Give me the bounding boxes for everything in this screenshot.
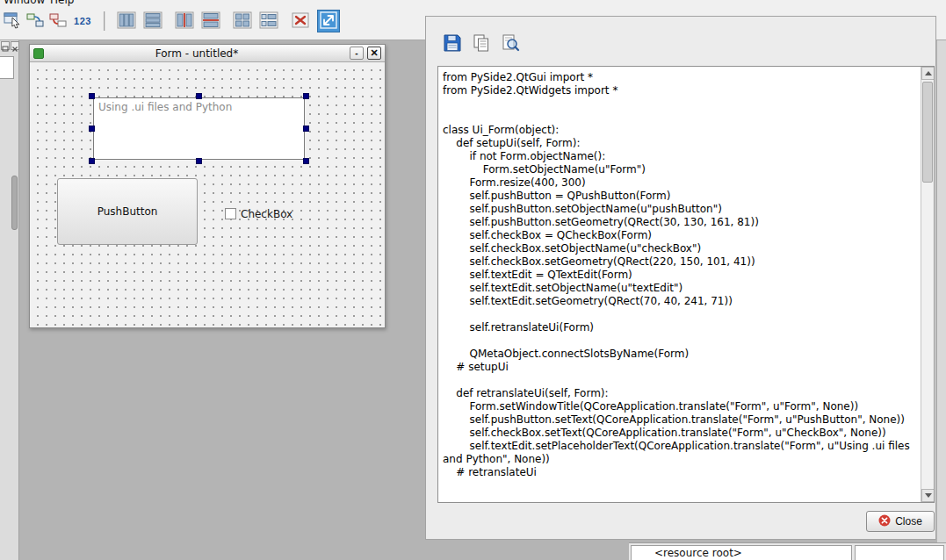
lay-out-horizontally-button[interactable] bbox=[115, 10, 138, 32]
preview-magnifier-icon bbox=[500, 32, 521, 56]
form-window-title: Form - untitled* bbox=[47, 47, 346, 60]
lay-out-in-grid-button[interactable] bbox=[231, 10, 254, 32]
resource-root-item[interactable]: <resource root> bbox=[632, 546, 851, 560]
widget-filter-input[interactable] bbox=[0, 56, 14, 79]
lay-out-in-form-layout-button[interactable] bbox=[257, 10, 280, 32]
form-editor-window: Form - untitled* - ✕ Using .ui files and… bbox=[29, 44, 386, 328]
save-icon bbox=[442, 32, 463, 56]
close-dialog-button[interactable]: Close bbox=[866, 511, 935, 532]
right-gutter bbox=[937, 40, 946, 542]
adjust-size-icon bbox=[319, 11, 338, 32]
lay-out-in-form-layout-icon bbox=[259, 11, 278, 32]
close-dialog-label: Close bbox=[895, 515, 922, 528]
lay-out-horizontally-in-splitter-button[interactable] bbox=[173, 10, 196, 32]
scroll-down-button[interactable] bbox=[921, 489, 935, 502]
edit-tab-order-icon: 123 bbox=[74, 16, 91, 26]
selection-handle[interactable] bbox=[89, 158, 95, 164]
form-canvas[interactable]: Using .ui files and Python PushButton Ch… bbox=[30, 62, 385, 327]
dock-close-button[interactable] bbox=[11, 41, 19, 50]
resource-browser-panel: <resource root> bbox=[629, 542, 946, 560]
copy-button[interactable] bbox=[469, 32, 494, 56]
lay-out-horizontally-in-splitter-icon bbox=[175, 11, 194, 32]
edit-widgets-icon bbox=[3, 11, 22, 32]
selection-handle[interactable] bbox=[89, 93, 95, 99]
lay-out-vertically-in-splitter-button[interactable] bbox=[199, 10, 222, 32]
lay-out-vertically-button[interactable] bbox=[141, 10, 164, 32]
edit-signals-slots-button[interactable] bbox=[24, 10, 47, 32]
edit-signals-slots-icon bbox=[25, 11, 45, 32]
scroll-up-button[interactable] bbox=[921, 67, 935, 80]
dock-float-button[interactable] bbox=[1, 41, 10, 50]
view-python-code-dialog: from PySide2.QtGui import * from PySide2… bbox=[425, 16, 936, 540]
menubar: Window Help bbox=[0, 0, 281, 6]
menu-help[interactable]: Help bbox=[50, 0, 74, 6]
form-window-icon bbox=[33, 48, 44, 59]
python-code-text[interactable]: from PySide2.QtGui import * from PySide2… bbox=[438, 67, 921, 502]
edit-widgets-button[interactable] bbox=[1, 10, 24, 32]
adjust-size-button[interactable] bbox=[317, 10, 340, 32]
down-arrow-icon bbox=[925, 493, 932, 498]
pushbutton-widget[interactable]: PushButton bbox=[57, 178, 198, 245]
close-window-button[interactable]: ✕ bbox=[367, 47, 381, 60]
checkbox-box[interactable] bbox=[225, 208, 236, 219]
menu-window[interactable]: Window bbox=[4, 0, 45, 6]
selection-handle[interactable] bbox=[303, 93, 309, 99]
form-window-titlebar[interactable]: Form - untitled* - ✕ bbox=[30, 45, 385, 62]
preview-button[interactable] bbox=[498, 32, 523, 56]
code-view: from PySide2.QtGui import * from PySide2… bbox=[437, 66, 935, 503]
copy-icon bbox=[471, 32, 492, 56]
textedit-widget[interactable]: Using .ui files and Python bbox=[93, 97, 305, 160]
checkbox-widget[interactable]: CheckBox bbox=[225, 196, 314, 232]
minimize-button[interactable]: - bbox=[350, 47, 364, 60]
selection-handle[interactable] bbox=[303, 158, 309, 164]
up-arrow-icon bbox=[925, 71, 932, 75]
resource-side-pane[interactable] bbox=[855, 545, 944, 560]
widget-box-dock-edge bbox=[0, 40, 19, 560]
selection-handle[interactable] bbox=[303, 126, 309, 132]
lay-out-horizontally-icon bbox=[117, 11, 136, 32]
selection-handle[interactable] bbox=[196, 93, 202, 99]
scrollbar-thumb[interactable] bbox=[922, 82, 933, 183]
lay-out-vertically-in-splitter-icon bbox=[201, 11, 220, 32]
lay-out-vertically-icon bbox=[143, 11, 162, 32]
lay-out-in-grid-icon bbox=[233, 11, 252, 32]
checkbox-label: CheckBox bbox=[241, 208, 292, 220]
widget-box-scrollbar-thumb[interactable] bbox=[11, 176, 18, 230]
code-scrollbar[interactable] bbox=[921, 67, 934, 502]
selection-handle[interactable] bbox=[196, 158, 202, 164]
save-button[interactable] bbox=[440, 32, 465, 56]
close-dialog-icon bbox=[878, 514, 891, 529]
break-layout-icon bbox=[291, 11, 310, 32]
break-layout-button[interactable] bbox=[289, 10, 312, 32]
edit-buddies-icon bbox=[48, 11, 68, 32]
edit-buddies-button[interactable] bbox=[47, 10, 69, 32]
edit-tab-order-button[interactable]: 123 bbox=[71, 10, 94, 32]
toolbar-separator bbox=[104, 11, 105, 31]
resource-tree[interactable]: <resource root> bbox=[631, 545, 852, 560]
qt-designer-window: Window Help 123 bbox=[0, 0, 946, 560]
selection-handle[interactable] bbox=[89, 126, 95, 132]
